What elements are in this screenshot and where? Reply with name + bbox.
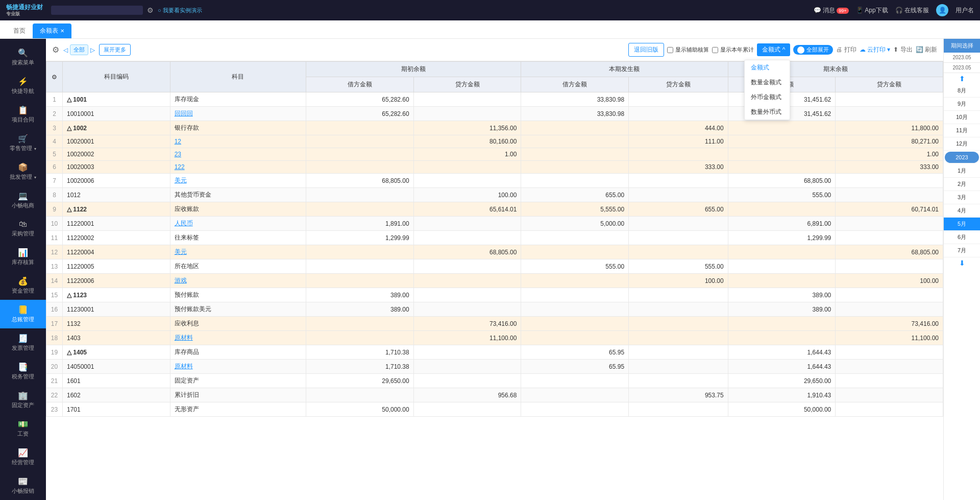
- cell-subject[interactable]: 其他货币资金: [170, 188, 306, 202]
- right-panel-month-7[interactable]: 7月: [944, 244, 980, 257]
- show-ytd-checkbox[interactable]: [712, 47, 718, 53]
- table-settings-icon[interactable]: ⚙: [52, 45, 59, 55]
- sidebar-item-salary[interactable]: 💵 工资: [0, 414, 46, 443]
- cell-code[interactable]: △ 1001: [63, 92, 170, 107]
- cell-code[interactable]: 1601: [63, 374, 170, 388]
- sidebar-item-inventory[interactable]: 📊 库存核算: [0, 243, 46, 271]
- cell-subject[interactable]: 预付账款美元: [170, 302, 306, 317]
- cell-subject[interactable]: 库存商品: [170, 345, 306, 360]
- show-helper-checkbox[interactable]: [667, 47, 673, 53]
- demo-link[interactable]: ○ 我要看实例演示: [158, 7, 202, 14]
- sidebar-item-assets[interactable]: 🏢 固定资产: [0, 386, 46, 414]
- sidebar-item-invoice[interactable]: 🧾 发票管理: [0, 328, 46, 357]
- message-btn[interactable]: 💬 消息 99+: [814, 6, 849, 15]
- cell-code[interactable]: 11230001: [63, 302, 170, 317]
- right-panel-month-12[interactable]: 12月: [944, 137, 980, 151]
- right-panel-month-9[interactable]: 9月: [944, 98, 980, 111]
- right-panel-month-10[interactable]: 10月: [944, 111, 980, 124]
- cell-subject[interactable]: 美元: [170, 174, 306, 188]
- expand-all-toggle[interactable]: 全部展开: [793, 45, 833, 55]
- amount-option-4[interactable]: 数量外币式: [745, 105, 790, 120]
- right-panel-up-arrow[interactable]: ⬆: [944, 73, 980, 84]
- right-panel-year-2023[interactable]: 2023: [945, 152, 979, 163]
- sidebar-item-quicknav[interactable]: ⚡ 快捷导航: [0, 72, 46, 100]
- sidebar-item-operations[interactable]: 📈 经营管理: [0, 443, 46, 471]
- tab-home[interactable]: 首页: [6, 23, 33, 38]
- expand-more-btn[interactable]: 展开更多: [99, 44, 131, 56]
- cell-code[interactable]: 10010001: [63, 107, 170, 121]
- sidebar-item-expense[interactable]: 📰 小畅报销: [0, 471, 46, 500]
- cell-code[interactable]: 1012: [63, 188, 170, 202]
- cell-code[interactable]: 11220001: [63, 217, 170, 231]
- sidebar-item-ecommerce[interactable]: 💻 小畅电商: [0, 186, 46, 215]
- cell-subject[interactable]: 122: [170, 161, 306, 174]
- export-icon[interactable]: ⬆ 导出: [893, 45, 912, 54]
- cell-subject[interactable]: 23: [170, 148, 306, 161]
- show-helper-label[interactable]: 显示辅助核算: [667, 46, 709, 54]
- cell-subject[interactable]: 银行存款: [170, 121, 306, 135]
- cell-code[interactable]: △ 1123: [63, 288, 170, 302]
- cell-code[interactable]: 11220002: [63, 231, 170, 245]
- cell-code[interactable]: 1403: [63, 331, 170, 345]
- cell-subject[interactable]: 预付账款: [170, 288, 306, 302]
- tab-balance-sheet[interactable]: 余额表 ✕: [33, 23, 71, 38]
- cell-code[interactable]: 11220006: [63, 274, 170, 288]
- cell-code[interactable]: 1701: [63, 402, 170, 417]
- cell-subject[interactable]: 往来标签: [170, 231, 306, 245]
- sidebar-item-tax[interactable]: 📑 税务管理: [0, 357, 46, 386]
- right-panel-month-3[interactable]: 3月: [944, 191, 980, 204]
- sidebar-item-wholesale[interactable]: 📦 批发管理 ▾: [0, 157, 46, 186]
- cell-code[interactable]: 10020002: [63, 148, 170, 161]
- sidebar-item-ledger[interactable]: 📒 总账管理: [0, 300, 46, 328]
- cell-subject[interactable]: 美元: [170, 245, 306, 259]
- cell-code[interactable]: 14050001: [63, 360, 170, 374]
- cell-subject[interactable]: 应收利息: [170, 317, 306, 331]
- right-panel-down-arrow[interactable]: ⬇: [944, 257, 980, 269]
- cell-subject[interactable]: 12: [170, 135, 306, 148]
- cell-subject[interactable]: 所在地区: [170, 259, 306, 274]
- top-search-input[interactable]: [51, 6, 143, 15]
- right-panel-month-8[interactable]: 8月: [944, 84, 980, 98]
- right-panel-month-6[interactable]: 6月: [944, 231, 980, 244]
- cell-subject[interactable]: 游戏: [170, 274, 306, 288]
- cell-subject[interactable]: 无形资产: [170, 402, 306, 417]
- right-panel-month-1[interactable]: 1月: [944, 164, 980, 178]
- amount-option-1[interactable]: 金额式: [745, 60, 790, 75]
- cell-subject[interactable]: 库存现金: [170, 92, 306, 107]
- amount-option-2[interactable]: 数量金额式: [745, 75, 790, 90]
- right-panel-month-2[interactable]: 2月: [944, 178, 980, 191]
- sidebar-item-purchase[interactable]: 🛍 采购管理: [0, 215, 46, 243]
- show-ytd-label[interactable]: 显示本年累计: [712, 46, 754, 54]
- settings-icon[interactable]: ⚙: [147, 6, 154, 14]
- tab-close-icon[interactable]: ✕: [60, 28, 64, 34]
- app-download-btn[interactable]: 📱 App下载: [856, 6, 888, 15]
- online-service-btn[interactable]: 🎧 在线客服: [895, 6, 929, 15]
- print-icon[interactable]: 🖨 打印: [836, 45, 856, 54]
- right-panel-month-5[interactable]: 5月: [944, 218, 980, 231]
- cell-subject[interactable]: 应收账款: [170, 202, 306, 217]
- cell-code[interactable]: 1132: [63, 317, 170, 331]
- cell-code[interactable]: △ 1405: [63, 345, 170, 360]
- cell-subject[interactable]: 原材料: [170, 360, 306, 374]
- cell-code[interactable]: 10020001: [63, 135, 170, 148]
- cell-subject[interactable]: 人民币: [170, 217, 306, 231]
- back-old-btn[interactable]: 退回旧版: [628, 43, 664, 57]
- sidebar-item-funds[interactable]: 💰 资金管理: [0, 271, 46, 300]
- cell-code[interactable]: 11220004: [63, 245, 170, 259]
- cell-subject[interactable]: 回回回: [170, 107, 306, 121]
- cell-code[interactable]: 10020003: [63, 161, 170, 174]
- cell-code[interactable]: 10020006: [63, 174, 170, 188]
- cell-subject[interactable]: 原材料: [170, 331, 306, 345]
- cell-subject[interactable]: 固定资产: [170, 374, 306, 388]
- amount-style-btn[interactable]: 金额式 ^: [757, 43, 790, 56]
- right-panel-month-4[interactable]: 4月: [944, 204, 980, 218]
- cell-code[interactable]: 1602: [63, 388, 170, 402]
- nav-right-icon[interactable]: ▷: [90, 46, 95, 54]
- nav-left-icon[interactable]: ◁: [63, 46, 68, 54]
- right-panel-month-11[interactable]: 11月: [944, 124, 980, 137]
- sidebar-item-contracts[interactable]: 📋 项目合同: [0, 100, 46, 129]
- sidebar-item-retail[interactable]: 🛒 零售管理 ▾: [0, 129, 46, 157]
- refresh-icon[interactable]: 🔄 刷新: [916, 45, 937, 54]
- cell-code[interactable]: △ 1002: [63, 121, 170, 135]
- sidebar-item-search[interactable]: 🔍 搜索菜单: [0, 43, 46, 72]
